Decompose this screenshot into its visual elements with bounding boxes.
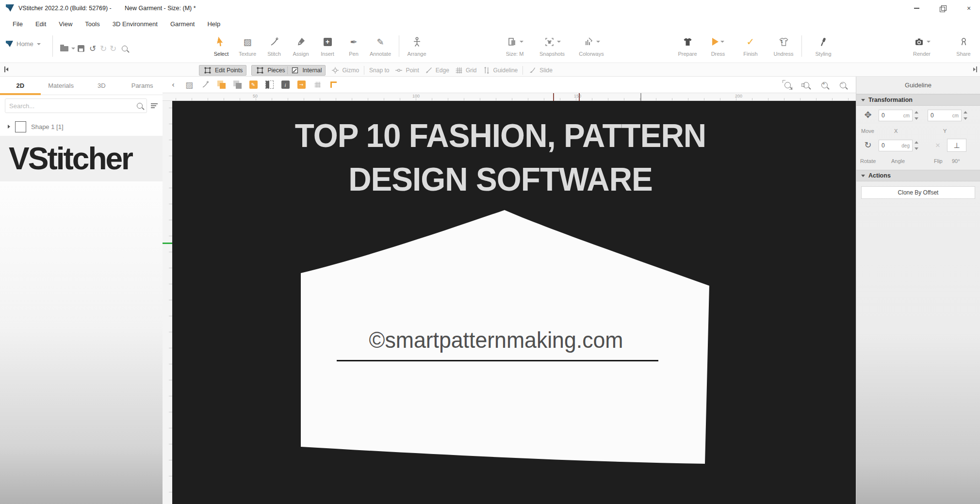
texture-view-button[interactable]: ▨ xyxy=(183,79,195,91)
search-icon xyxy=(137,103,143,109)
home-menu-button[interactable]: Home xyxy=(6,40,41,48)
refresh-button[interactable]: ↻ xyxy=(108,43,118,54)
tool-arrange[interactable]: Arrange xyxy=(403,34,430,57)
x-label: X xyxy=(894,128,898,134)
zoom-to-piece-button[interactable] xyxy=(800,80,811,90)
tool-size[interactable]: Size: M xyxy=(499,34,531,57)
canvas-area[interactable]: TOP 10 FASHION, PATTERN DESIGN SOFTWARE … xyxy=(172,101,856,504)
shape-tree-item[interactable]: Shape 1 [1] xyxy=(0,118,163,135)
pattern-piece-shape[interactable] xyxy=(172,101,856,504)
snap-guideline-toggle[interactable]: Guideline xyxy=(482,65,518,75)
snap-edge-toggle[interactable]: Edge xyxy=(424,65,449,75)
tab-2d[interactable]: 2D xyxy=(0,77,41,95)
angle-input[interactable]: 0 deg xyxy=(879,140,913,151)
gizmo-icon xyxy=(330,65,340,75)
tab-3d[interactable]: 3D xyxy=(82,77,122,95)
zoom-in-button[interactable]: + xyxy=(819,80,830,90)
angle-spinner[interactable] xyxy=(914,140,919,151)
right-panel-header: Guideline xyxy=(856,77,980,94)
tool-colorways[interactable]: Colorways xyxy=(575,34,607,57)
move-x-spinner[interactable] xyxy=(914,110,919,121)
ruler-marker xyxy=(579,93,580,101)
menu-help[interactable]: Help xyxy=(201,20,227,28)
tool-prepare[interactable]: Prepare xyxy=(674,34,701,57)
collapse-right-button[interactable] xyxy=(973,66,977,72)
open-file-button[interactable] xyxy=(59,43,69,54)
actions-section-header[interactable]: Actions xyxy=(856,170,980,181)
show-layers-button[interactable] xyxy=(231,79,243,91)
tool-select[interactable]: Select xyxy=(208,34,235,57)
zoom-out-button[interactable]: − xyxy=(837,80,848,90)
tool-undress[interactable]: 1 Undress xyxy=(769,34,798,57)
menu-file[interactable]: File xyxy=(6,20,29,28)
rotate-90-button[interactable]: ⊥ xyxy=(947,139,966,152)
save-button[interactable] xyxy=(76,43,86,54)
expand-arrow-icon[interactable] xyxy=(8,125,10,129)
grain-direction-button[interactable]: → xyxy=(295,79,307,91)
search-input[interactable] xyxy=(9,102,134,110)
edit-mode-button[interactable]: ✎ xyxy=(247,79,259,91)
panel-collapse-button[interactable]: ‹ xyxy=(167,79,179,91)
shape-color-swatch[interactable] xyxy=(15,121,26,132)
internal-toggle[interactable]: Internal xyxy=(290,65,322,75)
edit-points-toggle[interactable]: Edit Points xyxy=(199,65,246,76)
zoom-fit-button[interactable] xyxy=(782,80,793,90)
menu-view[interactable]: View xyxy=(52,20,79,28)
seam-allowance-button[interactable] xyxy=(263,79,275,91)
search-button[interactable] xyxy=(119,43,130,54)
restore-icon[interactable] xyxy=(938,4,947,13)
grid-toggle-button[interactable] xyxy=(311,79,323,91)
move-x-input[interactable]: 0 cm xyxy=(879,110,913,121)
prepare-tshirt-icon xyxy=(682,36,693,48)
chevron-down-icon xyxy=(520,41,523,43)
tool-dress[interactable]: Dress xyxy=(704,34,732,57)
open-chevron-icon[interactable] xyxy=(71,48,75,49)
tab-params[interactable]: Params xyxy=(122,77,163,95)
undo-button[interactable]: ↺ xyxy=(87,43,98,54)
tool-snapshots[interactable]: Snapshots xyxy=(536,34,568,57)
flip-button[interactable]: × xyxy=(932,140,944,151)
minimize-icon[interactable] xyxy=(912,4,921,13)
chevron-down-icon xyxy=(720,41,724,43)
tool-render[interactable]: Render xyxy=(908,34,935,57)
zoom-piece-icon xyxy=(803,82,809,88)
gizmo-toggle[interactable]: Gizmo xyxy=(330,65,359,75)
move-y-spinner[interactable] xyxy=(963,110,968,121)
stitch-view-button[interactable] xyxy=(199,79,211,91)
tool-assign[interactable]: Assign xyxy=(287,34,314,57)
toolbar-divider xyxy=(801,35,802,57)
tool-share[interactable]: Share xyxy=(950,34,977,57)
info-overlay-button[interactable]: i xyxy=(279,79,291,91)
menu-tools[interactable]: Tools xyxy=(79,20,106,28)
menu-edit[interactable]: Edit xyxy=(29,20,52,28)
canvas-column: ‹ ▨ ✎ i → + − 50 100 150 200 TOP 10 FASH… xyxy=(163,77,856,504)
show-pieces-button[interactable] xyxy=(215,79,227,91)
tool-finish[interactable]: ✓ Finish xyxy=(737,34,764,57)
menu-garment[interactable]: Garment xyxy=(164,20,201,28)
snap-point-toggle[interactable]: Point xyxy=(394,65,419,75)
move-y-input[interactable]: 0 cm xyxy=(928,110,962,121)
tool-stitch[interactable]: Stitch xyxy=(261,34,288,57)
close-icon[interactable]: × xyxy=(964,4,973,13)
tool-pen[interactable]: ✒ Pen xyxy=(340,34,367,57)
menu-3d-environment[interactable]: 3D Environment xyxy=(106,20,164,28)
tool-annotate[interactable]: ✎ Annotate xyxy=(366,34,395,57)
corner-tool-button[interactable] xyxy=(327,79,339,91)
tool-texture[interactable]: ▨ Texture xyxy=(234,34,261,57)
move-label: Move xyxy=(861,128,874,134)
transformation-section-header[interactable]: Transformation xyxy=(856,94,980,106)
slide-toggle[interactable]: Slide xyxy=(528,65,553,75)
orange-pen-icon: ✎ xyxy=(249,81,258,89)
snap-grid-toggle[interactable]: Grid xyxy=(454,65,477,75)
clone-by-offset-button[interactable]: Clone By Offset xyxy=(861,186,975,199)
pieces-toggle[interactable]: Pieces xyxy=(255,65,285,75)
redo-button[interactable]: ↻ xyxy=(98,43,109,54)
arrange-figure-icon xyxy=(411,36,423,48)
collapse-left-button[interactable] xyxy=(4,66,8,72)
internal-icon xyxy=(290,65,300,75)
tool-styling[interactable]: Styling xyxy=(810,34,837,57)
tool-insert[interactable]: + Insert xyxy=(314,34,341,57)
tab-materials[interactable]: Materials xyxy=(41,77,82,95)
ruler-number: 100 xyxy=(412,94,420,98)
filter-list-icon[interactable] xyxy=(151,103,158,108)
